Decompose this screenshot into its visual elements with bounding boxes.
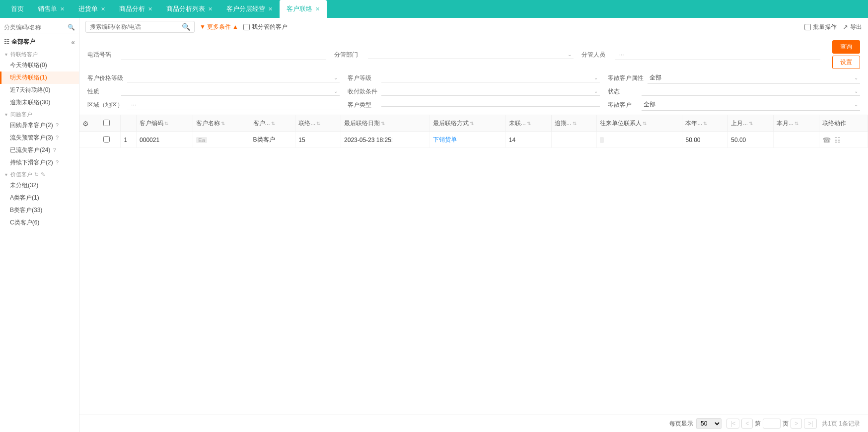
dept-chevron-icon: ⌄ xyxy=(568,52,572,57)
sidebar-item-b-class[interactable]: B类客户(33) xyxy=(0,204,79,216)
filter-customer-type: 客户类型 xyxy=(348,101,600,109)
region-dots-icon[interactable]: ··· xyxy=(131,101,136,108)
col-code: 客户编码⇅ xyxy=(137,115,193,132)
my-customers-checkbox[interactable] xyxy=(243,24,250,30)
person-dots-icon[interactable]: ··· xyxy=(619,51,624,58)
sort-icon-this-year[interactable]: ⇅ xyxy=(703,121,707,126)
gear-icon[interactable]: ⚙ xyxy=(82,120,89,128)
nav-customer-tier[interactable]: 客户分层经营✕ xyxy=(219,0,280,18)
row-contacts: 15 xyxy=(295,132,341,148)
filter-retail-attr: 零散客户属性 全部 ⌄ xyxy=(608,72,860,84)
filter-gender-select[interactable]: ⌄ xyxy=(121,87,340,96)
customers-table: ⚙ 客户编码⇅ 客户名称⇅ 客户...⇅ 联络...⇅ 最后联络日期⇅ 最后联络… xyxy=(79,115,868,148)
sort-icon-uncontacted[interactable]: ⇅ xyxy=(527,121,531,126)
nav-home[interactable]: 首页 xyxy=(4,0,31,18)
settings-button[interactable]: 设置 xyxy=(832,56,860,69)
filter-payment-select[interactable]: ⌄ xyxy=(381,87,600,96)
page-size-wrap: 每页显示 50 20 100 200 xyxy=(669,418,722,429)
action-phone-icon[interactable]: ☎ xyxy=(822,136,831,144)
sidebar-item-c-class[interactable]: C类客户(6) xyxy=(0,216,79,229)
refresh-icon[interactable]: ↻ xyxy=(34,171,39,178)
filter-person-select[interactable]: ··· xyxy=(615,50,820,60)
filter-customer-type-label: 客户类型 xyxy=(348,101,377,109)
sidebar-item-overdue[interactable]: 逾期未联络(30) xyxy=(0,96,79,109)
filter-status: 状态 ⌄ xyxy=(608,87,860,96)
filter-retail-customer-select[interactable]: 全部 ⌄ xyxy=(642,99,860,111)
close-sales-icon[interactable]: ✕ xyxy=(60,6,65,12)
sort-icon-overdue[interactable]: ⇅ xyxy=(573,121,577,126)
sidebar-item-repurchase[interactable]: 回购异常客户(2) ? xyxy=(0,119,79,132)
filter-customer-type-select[interactable] xyxy=(381,103,600,107)
filter-phone-input[interactable] xyxy=(121,50,326,60)
sidebar-search-wrap: 🔍 xyxy=(0,22,79,33)
close-purchase-icon[interactable]: ✕ xyxy=(101,6,105,12)
query-button[interactable]: 查询 xyxy=(832,40,860,54)
sort-icon-this-month[interactable]: ⇅ xyxy=(795,121,798,126)
filter-price-level-label: 客户价格等级 xyxy=(87,74,123,82)
filter-customer-level-select[interactable]: ⌄ xyxy=(381,73,600,82)
col-this-year: 本年...⇅ xyxy=(682,115,728,132)
main-area: 🔍 ▼ 更多条件 ▲ 我分管的客户 批量操作 ↗ 导出 xyxy=(79,18,868,432)
sidebar: 🔍 ☷ 全部客户 « 待联络客户 今天待联络(0) 明天待联络(1) 近7天待联… xyxy=(0,18,79,432)
batch-btn[interactable]: 批量操作 xyxy=(804,23,837,31)
batch-checkbox[interactable] xyxy=(804,24,811,30)
edit-icon[interactable]: ✎ xyxy=(41,171,45,178)
sidebar-item-week7[interactable]: 近7天待联络(0) xyxy=(0,84,79,96)
sort-icon-last-method[interactable]: ⇅ xyxy=(470,121,474,126)
filter-dept-select[interactable]: ⌄ xyxy=(368,50,573,59)
sidebar-item-tomorrow[interactable]: 明天待联络(1) xyxy=(0,72,79,84)
filter-status-select[interactable]: ⌄ xyxy=(642,87,860,96)
sidebar-search-icon[interactable]: 🔍 xyxy=(68,24,75,31)
search-bar-right: 批量操作 ↗ 导出 xyxy=(804,23,862,31)
close-customer-contact-icon[interactable]: ✕ xyxy=(315,6,320,12)
last-method-link[interactable]: 下销货单 xyxy=(433,136,457,143)
sort-icon-related[interactable]: ⇅ xyxy=(643,121,647,126)
next-page-btn[interactable]: > xyxy=(791,419,802,429)
sidebar-search-input[interactable] xyxy=(4,24,68,31)
filter-price-level-select[interactable]: ⌄ xyxy=(127,73,340,82)
sidebar-item-today[interactable]: 今天待联络(0) xyxy=(0,59,79,72)
page-number-input[interactable]: 1 xyxy=(763,419,781,429)
sort-icon-last-month[interactable]: ⇅ xyxy=(749,121,753,126)
close-goods-icon[interactable]: ✕ xyxy=(148,6,152,12)
nav-goods[interactable]: 商品分析✕ xyxy=(112,0,159,18)
sort-icon-type[interactable]: ⇅ xyxy=(271,121,275,126)
sidebar-collapse-btn[interactable]: « xyxy=(71,38,75,46)
col-last-month: 上月...⇅ xyxy=(728,115,774,132)
nav-purchase[interactable]: 进货单✕ xyxy=(72,0,112,18)
row-uncontacted: 14 xyxy=(506,132,551,148)
help-icon-lost: ? xyxy=(53,147,56,153)
sidebar-item-a-class[interactable]: A类客户(1) xyxy=(0,192,79,204)
filter-btn[interactable]: ▼ 更多条件 ▲ xyxy=(200,23,238,31)
my-customers-checkbox-wrap[interactable]: 我分管的客户 xyxy=(243,23,288,31)
nav-sales[interactable]: 销售单✕ xyxy=(31,0,72,18)
nav-goods-list[interactable]: 商品分析列表✕ xyxy=(159,0,219,18)
select-all-checkbox[interactable] xyxy=(103,120,110,126)
sidebar-item-losing[interactable]: 流失预警客户(3) ? xyxy=(0,132,79,144)
export-btn[interactable]: ↗ 导出 xyxy=(843,23,862,31)
page-size-select[interactable]: 50 20 100 200 xyxy=(696,418,722,429)
close-customer-tier-icon[interactable]: ✕ xyxy=(268,6,273,12)
search-input[interactable] xyxy=(90,23,182,30)
filter-retail-attr-select[interactable]: 全部 ⌄ xyxy=(648,72,860,84)
sort-icon-code[interactable]: ⇅ xyxy=(164,121,168,126)
nav-customer-contact[interactable]: 客户联络✕ xyxy=(280,0,327,18)
filter-status-label: 状态 xyxy=(608,87,638,96)
action-more-icon[interactable]: ☷ xyxy=(834,136,841,144)
sort-icon-name[interactable]: ⇅ xyxy=(221,121,225,126)
filter-retail-attr-label: 零散客户属性 xyxy=(608,74,644,82)
close-goods-list-icon[interactable]: ✕ xyxy=(208,6,213,12)
sidebar-item-ungrouped[interactable]: 未分组(32) xyxy=(0,179,79,192)
sidebar-item-lost[interactable]: 已流失客户(24) ? xyxy=(0,144,79,156)
first-page-btn[interactable]: |< xyxy=(726,419,739,429)
sort-icon-contacts[interactable]: ⇅ xyxy=(316,121,320,126)
row-checkbox-input[interactable] xyxy=(103,136,110,143)
help-icon-losing: ? xyxy=(56,135,59,141)
filter-region-select[interactable]: ··· xyxy=(127,100,340,110)
search-submit-icon[interactable]: 🔍 xyxy=(182,23,190,31)
total-label: 共1页 1条记录 xyxy=(822,420,860,428)
sort-icon-last-date[interactable]: ⇅ xyxy=(381,121,385,126)
last-page-btn[interactable]: >| xyxy=(804,419,817,429)
sidebar-item-declining[interactable]: 持续下滑客户(2) ? xyxy=(0,156,79,169)
prev-page-btn[interactable]: < xyxy=(741,419,753,429)
